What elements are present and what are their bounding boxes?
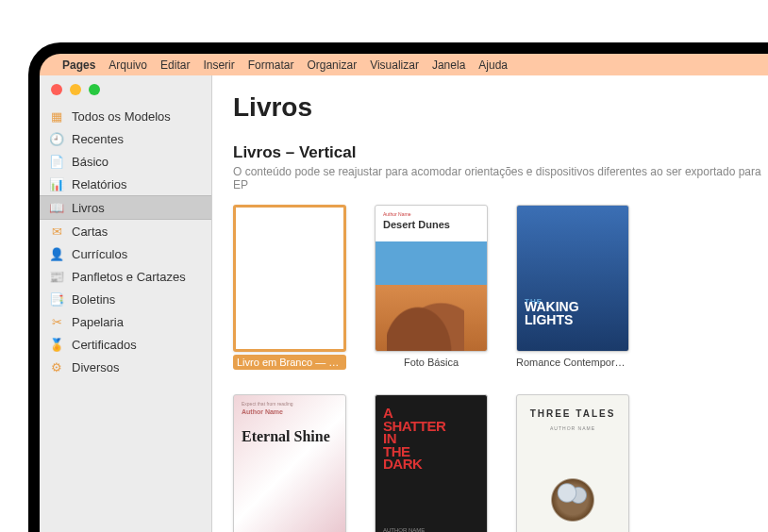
- menu-organizar[interactable]: Organizar: [307, 58, 357, 72]
- sidebar-item-recentes[interactable]: 🕘Recentes: [40, 127, 211, 150]
- device-frame: Pages Arquivo Editar Inserir Formatar Or…: [28, 42, 768, 532]
- template-chooser-window: ▦Todos os Modelos🕘Recentes📄Básico📊Relató…: [40, 75, 768, 532]
- menu-janela[interactable]: Janela: [432, 58, 465, 72]
- template-label: Foto Básica: [375, 357, 488, 368]
- sidebar-item-label: Panfletos e Cartazes: [72, 270, 186, 284]
- template-label: Livro em Branco — Vertical: [233, 355, 346, 370]
- gear-icon: ⚙: [49, 359, 64, 374]
- template-label: Romance Contemporâneo: [516, 357, 629, 368]
- sidebar-item-boletins[interactable]: 📑Boletins: [40, 288, 211, 310]
- cover-author: AUTHOR NAME: [383, 527, 425, 532]
- cover-title: Desert Dunes: [383, 219, 450, 230]
- cover-title: THREE TALES: [517, 408, 628, 419]
- cover-author: AUTHOR NAME: [517, 425, 628, 431]
- cover-author: Author Name: [242, 408, 283, 415]
- template-item[interactable]: ASHATTERINTHEDARKAUTHOR NAMERomance Tens…: [375, 394, 488, 532]
- template-thumbnail: THEWAKING LIGHTS: [516, 205, 629, 352]
- menu-editar[interactable]: Editar: [160, 58, 190, 72]
- sidebar-item-label: Recentes: [72, 132, 124, 146]
- flyer-icon: 📰: [49, 269, 64, 284]
- sidebar-item-label: Currículos: [72, 247, 127, 261]
- menu-bar: Pages Arquivo Editar Inserir Formatar Or…: [40, 54, 768, 75]
- news-icon: 📑: [49, 291, 64, 307]
- sidebar-item-diversos[interactable]: ⚙Diversos: [40, 356, 211, 378]
- cover-photo: [376, 241, 487, 351]
- sidebar: ▦Todos os Modelos🕘Recentes📄Básico📊Relató…: [40, 75, 212, 532]
- template-item[interactable]: Expect that from readingAuthor NameEtern…: [233, 394, 346, 532]
- cover-title: ASHATTERINTHEDARK: [383, 407, 445, 471]
- menu-formatar[interactable]: Formatar: [248, 58, 294, 72]
- template-item[interactable]: Author NameDesert DunesFoto Básica: [375, 205, 488, 370]
- template-thumbnail: ASHATTERINTHEDARKAUTHOR NAME: [375, 394, 488, 532]
- sidebar-item-label: Boletins: [72, 292, 115, 307]
- sidebar-item-label: Diversos: [72, 360, 120, 374]
- template-thumbnail: [233, 205, 346, 352]
- sidebar-item-label: Cartas: [72, 224, 108, 239]
- menu-arquivo[interactable]: Arquivo: [109, 58, 147, 72]
- sidebar-item-label: Papelaria: [72, 315, 124, 329]
- cover-title: Eternal Shine: [242, 429, 336, 444]
- sidebar-item-label: Todos os Modelos: [72, 109, 171, 124]
- sidebar-item-livros[interactable]: 📖Livros: [40, 195, 211, 220]
- template-item[interactable]: THEWAKING LIGHTSRomance Contemporâneo: [516, 205, 629, 370]
- app-menu[interactable]: Pages: [62, 58, 95, 72]
- sidebar-item-panfletos-e-cartazes[interactable]: 📰Panfletos e Cartazes: [40, 265, 211, 288]
- page-title: Livros: [233, 92, 768, 123]
- menu-ajuda[interactable]: Ajuda: [478, 58, 508, 72]
- template-item[interactable]: THREE TALESAUTHOR NAMERomance Simples: [516, 394, 629, 532]
- chart-icon: 📊: [49, 176, 64, 191]
- menu-inserir[interactable]: Inserir: [203, 58, 234, 72]
- template-grid: Livro em Branco — VerticalAuthor NameDes…: [233, 205, 768, 532]
- ribbon-icon: 🏅: [49, 337, 64, 352]
- person-icon: 👤: [49, 246, 64, 261]
- sidebar-item-label: Livros: [72, 201, 105, 215]
- cover-title: WAKING LIGHTS: [525, 300, 628, 326]
- cover-tag: Expect that from reading: [242, 401, 292, 407]
- sidebar-item-label: Certificados: [72, 338, 137, 352]
- doc-icon: 📄: [49, 154, 64, 169]
- sidebar-item-papelaria[interactable]: ✂Papelaria: [40, 310, 211, 333]
- sidebar-item-relatórios[interactable]: 📊Relatórios: [40, 173, 211, 195]
- sidebar-item-básico[interactable]: 📄Básico: [40, 150, 211, 173]
- cover-image: [544, 476, 601, 524]
- minimize-window-button[interactable]: [70, 84, 81, 95]
- sidebar-item-label: Básico: [72, 155, 109, 169]
- section-title: Livros – Vertical: [233, 143, 768, 162]
- sidebar-item-label: Relatórios: [72, 177, 127, 191]
- template-thumbnail: Author NameDesert Dunes: [375, 205, 488, 352]
- template-thumbnail: THREE TALESAUTHOR NAME: [516, 394, 629, 532]
- envelope-icon: ✉: [49, 224, 64, 239]
- sidebar-item-todos-os-modelos[interactable]: ▦Todos os Modelos: [40, 105, 211, 127]
- main-content: Livros Livros – Vertical O conteúdo pode…: [212, 75, 768, 532]
- menu-visualizar[interactable]: Visualizar: [370, 58, 419, 72]
- close-window-button[interactable]: [51, 84, 62, 95]
- clock-icon: 🕘: [49, 131, 64, 146]
- window-controls: [40, 81, 211, 105]
- template-item[interactable]: Livro em Branco — Vertical: [233, 205, 346, 370]
- cover-author: Author Name: [383, 211, 410, 217]
- zoom-window-button[interactable]: [89, 84, 100, 95]
- template-thumbnail: Expect that from readingAuthor NameEtern…: [233, 394, 346, 532]
- grid-icon: ▦: [49, 108, 64, 124]
- stationery-icon: ✂: [49, 314, 64, 329]
- sidebar-item-cartas[interactable]: ✉Cartas: [40, 220, 211, 242]
- book-icon: 📖: [49, 200, 64, 215]
- section-description: O conteúdo pode se reajustar para acomod…: [233, 165, 768, 191]
- sidebar-item-certificados[interactable]: 🏅Certificados: [40, 333, 211, 356]
- sidebar-item-currículos[interactable]: 👤Currículos: [40, 242, 211, 265]
